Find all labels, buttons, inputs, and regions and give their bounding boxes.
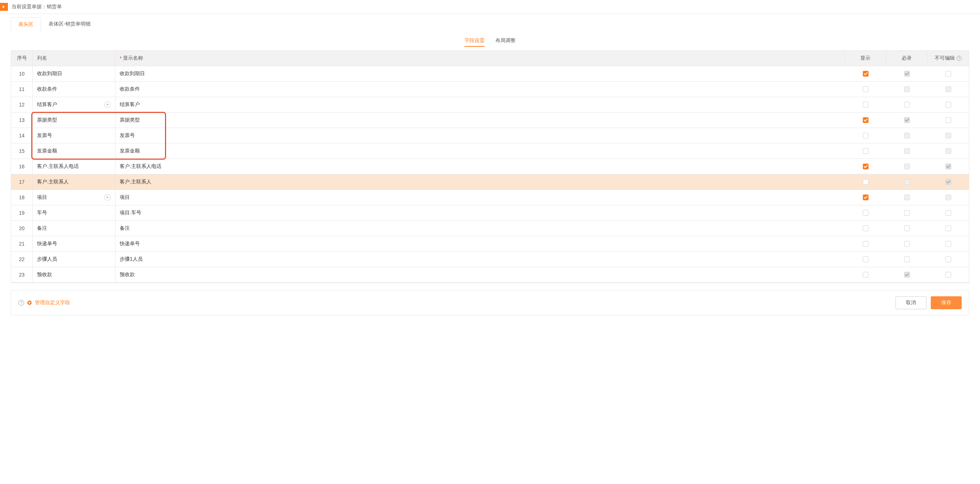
required-checkbox[interactable] — [904, 226, 910, 231]
cancel-button[interactable]: 取消 — [896, 296, 926, 309]
row-name-cell: 备注 — [33, 221, 115, 236]
manage-custom-fields-link[interactable]: 管理自定义字段 — [35, 299, 70, 306]
row-index: 11 — [11, 82, 33, 97]
show-checkbox[interactable] — [863, 194, 869, 200]
table-row: 13票据类型票据类型 — [11, 113, 969, 128]
readonly-checkbox[interactable] — [945, 71, 951, 76]
required-checkbox-cell — [886, 66, 928, 81]
readonly-checkbox[interactable] — [945, 272, 951, 278]
table-row: 10收款到期日收款到期日 — [11, 66, 969, 82]
readonly-checkbox-cell — [928, 128, 969, 143]
show-checkbox[interactable] — [863, 179, 869, 185]
readonly-checkbox — [945, 86, 951, 92]
readonly-checkbox[interactable] — [945, 210, 951, 216]
row-index: 15 — [11, 143, 33, 159]
sub-tab-layout-adjust[interactable]: 布局调整 — [495, 37, 515, 47]
required-checkbox-cell — [886, 267, 928, 282]
readonly-checkbox[interactable] — [945, 256, 951, 262]
th-required: 必录 — [886, 51, 928, 66]
gear-icon — [27, 300, 32, 305]
readonly-checkbox[interactable] — [945, 226, 951, 231]
row-display-name[interactable]: 客户.主联系人 — [115, 174, 845, 189]
row-display-name[interactable]: 票据类型 — [115, 113, 845, 127]
field-table: 序号 列名 * 显示名称 显示 必录 不可编辑 ? 10收款到期日收款到期日11… — [11, 50, 969, 283]
required-checkbox-cell — [886, 221, 928, 236]
table-row: 20备注备注 — [11, 221, 969, 236]
show-checkbox[interactable] — [863, 241, 869, 247]
row-index: 21 — [11, 236, 33, 252]
show-checkbox-cell — [845, 236, 886, 252]
table-row: 23预收款预收款 — [11, 267, 969, 283]
sub-tab-field-settings[interactable]: 字段设置 — [465, 37, 485, 47]
show-checkbox[interactable] — [863, 133, 869, 139]
row-display-name[interactable]: 客户.主联系人电话 — [115, 159, 845, 174]
row-display-name[interactable]: 快递单号 — [115, 236, 845, 252]
row-display-name[interactable]: 预收款 — [115, 267, 845, 282]
readonly-checkbox[interactable] — [945, 102, 951, 108]
readonly-checkbox[interactable] — [945, 241, 951, 247]
help-icon[interactable]: ? — [18, 300, 24, 306]
add-field-button[interactable]: + — [104, 194, 111, 201]
toggle-sidebar-button[interactable] — [0, 3, 8, 11]
required-checkbox-cell — [886, 236, 928, 252]
show-checkbox[interactable] — [863, 102, 869, 108]
required-star-icon: * — [120, 56, 121, 61]
show-checkbox[interactable] — [863, 272, 869, 278]
row-display-name[interactable]: 步骤1人员 — [115, 252, 845, 267]
row-display-name[interactable]: 收款到期日 — [115, 66, 845, 81]
show-checkbox[interactable] — [863, 210, 869, 216]
row-name: 客户.主联系人电话 — [37, 163, 79, 170]
show-checkbox[interactable] — [863, 86, 869, 92]
required-checkbox[interactable] — [904, 102, 910, 108]
table-row: 16客户.主联系人电话客户.主联系人电话 — [11, 159, 969, 174]
tab-body-area[interactable]: 表体区-销货单明细 — [41, 17, 98, 31]
footer-right: 取消 保存 — [896, 296, 962, 309]
show-checkbox[interactable] — [863, 117, 869, 123]
row-name-cell: 客户.主联系人电话 — [33, 159, 115, 174]
readonly-checkbox-cell — [928, 82, 969, 97]
row-index: 23 — [11, 267, 33, 282]
required-checkbox[interactable] — [904, 241, 910, 247]
add-field-button[interactable]: + — [104, 101, 111, 108]
show-checkbox[interactable] — [863, 164, 869, 169]
row-display-name[interactable]: 项目 — [115, 190, 845, 205]
row-display-name[interactable]: 备注 — [115, 221, 845, 236]
show-checkbox[interactable] — [863, 226, 869, 231]
show-checkbox[interactable] — [863, 71, 869, 76]
show-checkbox-cell — [845, 66, 886, 81]
readonly-checkbox-cell — [928, 159, 969, 174]
readonly-checkbox[interactable] — [945, 117, 951, 123]
readonly-checkbox-cell — [928, 97, 969, 112]
show-checkbox[interactable] — [863, 148, 869, 154]
row-display-name[interactable]: 收款条件 — [115, 82, 845, 97]
row-display-name[interactable]: 发票号 — [115, 128, 845, 143]
required-checkbox-cell — [886, 113, 928, 127]
row-display-name[interactable]: 发票金额 — [115, 143, 845, 159]
row-name: 客户.主联系人 — [37, 179, 68, 185]
required-checkbox-cell — [886, 174, 928, 189]
readonly-checkbox — [945, 148, 951, 154]
required-checkbox[interactable] — [904, 256, 910, 262]
save-button[interactable]: 保存 — [931, 296, 962, 309]
row-index: 19 — [11, 205, 33, 220]
row-name: 票据类型 — [37, 117, 57, 123]
show-checkbox[interactable] — [863, 256, 869, 262]
readonly-checkbox-cell — [928, 113, 969, 127]
table-row: 18项目+项目 — [11, 190, 969, 205]
row-name: 发票号 — [37, 132, 52, 139]
row-name: 备注 — [37, 225, 47, 232]
main-tabs: 表头区 表体区-销货单明细 — [11, 17, 969, 31]
tab-header-area[interactable]: 表头区 — [11, 17, 41, 31]
th-index: 序号 — [11, 51, 33, 66]
header-label: 当前设置单据： — [11, 3, 47, 10]
show-checkbox-cell — [845, 174, 886, 189]
row-name-cell: 快递单号 — [33, 236, 115, 252]
row-display-name[interactable]: 项目.车号 — [115, 205, 845, 220]
row-display-name[interactable]: 结算客户 — [115, 97, 845, 112]
required-checkbox[interactable] — [904, 210, 910, 216]
show-checkbox-cell — [845, 221, 886, 236]
help-icon[interactable]: ? — [957, 56, 962, 61]
readonly-checkbox-cell — [928, 236, 969, 252]
readonly-checkbox-cell — [928, 143, 969, 159]
readonly-checkbox-cell — [928, 205, 969, 220]
